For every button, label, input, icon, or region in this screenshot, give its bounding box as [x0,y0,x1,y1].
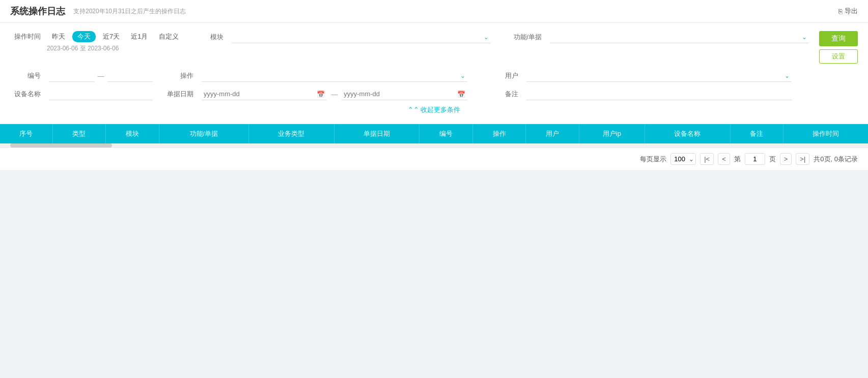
module-select-wrap: ⌄ [232,31,491,43]
export-button[interactable]: ⎘ 导出 [838,7,858,16]
time-btn-7days[interactable]: 近7天 [99,31,124,42]
table-area: 序号 类型 模块 功能/单据 业务类型 单据日期 编号 操作 用户 用户ip 设… [0,124,868,148]
date-end-input[interactable] [342,88,467,100]
col-index: 序号 [0,124,52,143]
operation-select-wrap: ⌄ [202,70,467,82]
last-page-button[interactable]: >| [796,153,809,165]
page-title: 系统操作日志 [10,5,65,17]
first-page-button[interactable]: |< [700,153,714,165]
function-select-wrap: ⌄ [550,31,809,43]
module-label: 模块 [193,33,223,42]
col-op-time: 操作时间 [783,124,868,143]
date-range-dash: — [331,91,338,98]
number-start-input[interactable] [49,70,95,82]
col-device: 设备名称 [645,124,730,143]
col-module: 模块 [106,124,159,143]
device-label: 设备名称 [10,90,41,99]
time-range-text: 2023-06-06 至 2023-06-06 [47,45,119,52]
export-label: 导出 [845,7,858,16]
horizontal-scrollbar[interactable] [0,143,868,148]
col-biz-type: 业务类型 [249,124,334,143]
total-info: 共0页, 0条记录 [814,155,858,164]
page-number-input[interactable] [745,153,765,165]
pagination-bar: 每页显示 50 100 200 500 ⌄ |< < 第 页 > >| 共0页,… [0,148,868,170]
col-remark: 备注 [730,124,783,143]
action-buttons: 查询 设置 [819,31,858,64]
query-button[interactable]: 查询 [819,31,858,46]
col-user-ip: 用户ip [579,124,645,143]
col-user: 用户 [526,124,579,143]
operation-select[interactable] [202,70,467,82]
date-end-wrap: 📅 [342,88,467,100]
function-select[interactable] [550,31,809,43]
time-btn-yesterday[interactable]: 昨天 [48,31,69,42]
user-label: 用户 [488,71,518,80]
number-range-dash: — [98,72,104,80]
page-subtitle: 支持2020年10月31日之后产生的操作日志 [73,7,186,16]
function-label: 功能/单据 [511,33,542,42]
table-header-row: 序号 类型 模块 功能/单据 业务类型 单据日期 编号 操作 用户 用户ip 设… [0,124,868,143]
device-input[interactable] [49,88,153,100]
user-select-wrap: ⌄ [526,70,792,82]
user-select[interactable] [526,70,792,82]
time-btn-today[interactable]: 今天 [72,31,96,42]
per-page-select[interactable]: 50 100 200 500 [670,153,696,165]
per-page-wrap: 50 100 200 500 ⌄ [670,153,696,165]
page-label: 第 [734,155,741,164]
number-label: 编号 [10,71,41,80]
per-page-label: 每页显示 [640,155,666,164]
time-options: 昨天 今天 近7天 近1月 自定义 [48,31,183,42]
col-number: 编号 [419,124,472,143]
table-header: 序号 类型 模块 功能/单据 业务类型 单据日期 编号 操作 用户 用户ip 设… [0,124,868,143]
module-select[interactable] [232,31,491,43]
remark-label: 备注 [488,90,518,99]
time-label: 操作时间 [10,32,41,41]
settings-button[interactable]: 设置 [819,49,858,64]
number-range: — [49,70,153,82]
data-table: 序号 类型 模块 功能/单据 业务类型 单据日期 编号 操作 用户 用户ip 设… [0,124,868,143]
date-start-input[interactable] [202,88,327,100]
time-btn-custom[interactable]: 自定义 [155,31,183,42]
table-scroll[interactable]: 序号 类型 模块 功能/单据 业务类型 单据日期 编号 操作 用户 用户ip 设… [0,124,868,143]
col-operation: 操作 [472,124,525,143]
voucher-date-label: 单据日期 [163,90,193,99]
date-start-wrap: 📅 [202,88,327,100]
collapse-label: 收起更多条件 [421,106,460,113]
prev-page-button[interactable]: < [718,153,730,165]
filter-area: 操作时间 昨天 今天 近7天 近1月 自定义 2023-06-06 至 2023… [0,23,868,124]
export-icon: ⎘ [838,8,843,15]
number-end-input[interactable] [107,70,153,82]
collapse-icon: ⌃⌃ [408,106,419,113]
page-header: 系统操作日志 支持2020年10月31日之后产生的操作日志 ⎘ 导出 [0,0,868,23]
operation-label: 操作 [163,71,193,80]
col-voucher-date: 单据日期 [334,124,419,143]
col-function: 功能/单据 [159,124,248,143]
remark-input[interactable] [526,88,792,100]
scrollbar-thumb[interactable] [10,143,112,148]
page-unit: 页 [769,155,776,164]
collapse-bar[interactable]: ⌃⌃ 收起更多条件 [10,102,858,120]
col-type: 类型 [52,124,105,143]
time-btn-1month[interactable]: 近1月 [127,31,152,42]
next-page-button[interactable]: > [780,153,792,165]
